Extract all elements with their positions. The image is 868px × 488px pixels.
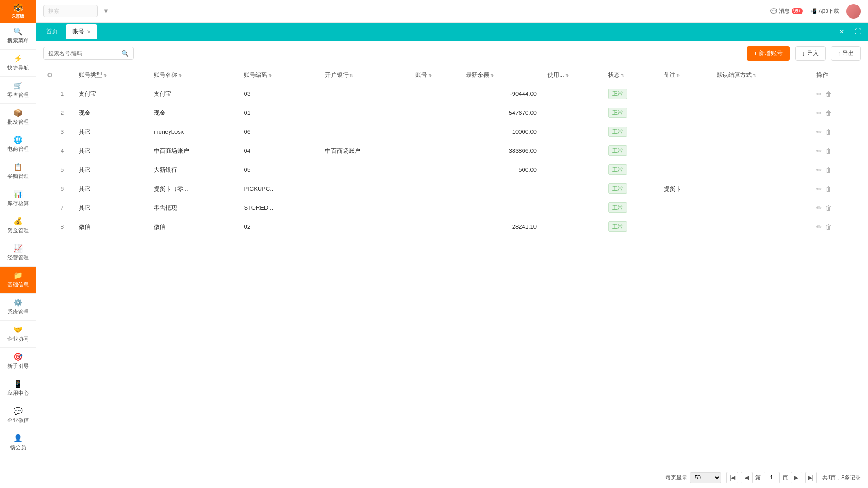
export-button[interactable]: ↑ 导出 [831, 46, 861, 61]
delete-icon[interactable]: 🗑 [826, 204, 832, 211]
table-wrap: ⚙ 账号类型⇅ 账号名称⇅ 账号编码⇅ 开户银行⇅ 账号⇅ 最新余额⇅ 使用..… [36, 66, 868, 467]
prev-page-btn[interactable]: ◀ [741, 472, 753, 483]
per-page-dropdown[interactable]: 50 20 100 [690, 472, 721, 483]
gear-icon[interactable]: ⚙ [47, 71, 53, 79]
delete-icon[interactable]: 🗑 [826, 147, 832, 155]
edit-icon[interactable]: ✏ [816, 90, 822, 98]
cell-status: 正常 [604, 179, 660, 198]
retail-icon: 🛒 [14, 81, 23, 90]
status-badge: 正常 [608, 127, 627, 137]
col-default-settle[interactable]: 默认结算方式⇅ [713, 66, 813, 84]
sidebar-item-retail[interactable]: 🛒 零售管理 [0, 77, 36, 104]
cell-account [412, 160, 462, 179]
top-search-box[interactable]: 搜索 [43, 5, 98, 17]
sidebar-item-ecommerce[interactable]: 🌐 电商管理 [0, 131, 36, 158]
per-page-select[interactable]: 每页显示 50 20 100 [665, 472, 721, 483]
message-icon: 💬 [770, 8, 777, 14]
sidebar-item-wholesale[interactable]: 📦 批发管理 [0, 104, 36, 131]
cell-remark [660, 198, 713, 217]
cell-remark [660, 122, 713, 141]
user-avatar[interactable] [846, 4, 861, 19]
delete-icon[interactable]: 🗑 [826, 185, 832, 192]
delete-icon[interactable]: 🗑 [826, 223, 832, 230]
tab-account[interactable]: 账号 ✕ [66, 24, 97, 39]
col-type[interactable]: 账号类型⇅ [75, 66, 150, 84]
sidebar-item-capital[interactable]: 💰 资金管理 [0, 212, 36, 239]
delete-icon[interactable]: 🗑 [826, 128, 832, 136]
cell-account [412, 103, 462, 122]
sidebar-item-enterprise[interactable]: 🤝 企业协同 [0, 321, 36, 348]
message-button[interactable]: 💬 消息 99+ [770, 7, 803, 15]
col-balance[interactable]: 最新余额⇅ [462, 66, 544, 84]
cell-gear [43, 141, 57, 160]
dropdown-arrow[interactable]: ▼ [103, 8, 109, 14]
action-buttons: ✏ 🗑 [816, 185, 857, 192]
search-input[interactable] [48, 50, 118, 56]
cell-remark [660, 160, 713, 179]
status-badge: 正常 [608, 183, 627, 194]
tab-close-icon[interactable]: ✕ [87, 29, 91, 35]
sidebar-item-member[interactable]: 👤 畅会员 [0, 429, 36, 456]
cell-status: 正常 [604, 84, 660, 103]
cell-bank [321, 198, 412, 217]
cell-account [412, 84, 462, 103]
enterprise-wechat-icon: 💬 [14, 407, 23, 415]
edit-icon[interactable]: ✏ [816, 166, 822, 174]
sidebar-item-quick-nav[interactable]: ⚡ 快捷导航 [0, 50, 36, 77]
sidebar-item-purchase[interactable]: 📋 采购管理 [0, 158, 36, 185]
first-page-btn[interactable]: |◀ [726, 472, 738, 483]
sidebar: 🐯 乐惠版 🔍 搜索菜单 ⚡ 快捷导航 🛒 零售管理 📦 批发管理 🌐 电商管理… [0, 0, 36, 488]
edit-icon[interactable]: ✏ [816, 147, 822, 155]
app-download-button[interactable]: 📲 App下载 [810, 7, 839, 15]
sidebar-item-system[interactable]: ⚙️ 系统管理 [0, 294, 36, 321]
col-bank[interactable]: 开户银行⇅ [321, 66, 412, 84]
cell-action: ✏ 🗑 [813, 122, 861, 141]
add-account-button[interactable]: + 新增账号 [747, 46, 790, 61]
cell-type: 现金 [75, 103, 150, 122]
col-status[interactable]: 状态⇅ [604, 66, 660, 84]
import-label: 导入 [807, 49, 819, 57]
delete-icon[interactable]: 🗑 [826, 109, 832, 117]
col-account[interactable]: 账号⇅ [412, 66, 462, 84]
cell-balance: 383866.00 [462, 141, 544, 160]
import-button[interactable]: ↓ 导入 [795, 46, 826, 61]
next-page-btn[interactable]: ▶ [791, 472, 802, 483]
cell-num: 8 [57, 217, 75, 236]
sidebar-item-enterprise-wechat[interactable]: 💬 企业微信 [0, 402, 36, 429]
cell-gear [43, 198, 57, 217]
header-left: 搜索 ▼ [43, 5, 109, 17]
cell-balance: 28241.10 [462, 217, 544, 236]
sidebar-item-basic-info[interactable]: 📁 基础信息 [0, 267, 36, 294]
col-usage[interactable]: 使用...⇅ [544, 66, 604, 84]
page-input[interactable] [764, 472, 780, 483]
delete-icon[interactable]: 🗑 [826, 166, 832, 174]
sidebar-item-business[interactable]: 📈 经营管理 [0, 239, 36, 267]
total-label: 共1页，8条记录 [822, 474, 861, 482]
sidebar-item-app-center[interactable]: 📱 应用中心 [0, 375, 36, 402]
col-name[interactable]: 账号名称⇅ [150, 66, 241, 84]
col-remark[interactable]: 备注⇅ [660, 66, 713, 84]
cell-status: 正常 [604, 198, 660, 217]
cell-num: 1 [57, 84, 75, 103]
edit-icon[interactable]: ✏ [816, 185, 822, 192]
search-input-wrap[interactable]: 🔍 [43, 47, 134, 60]
tab-home[interactable]: 首页 [40, 24, 64, 39]
edit-icon[interactable]: ✏ [816, 223, 822, 230]
sidebar-item-search-menu[interactable]: 🔍 搜索菜单 [0, 23, 36, 50]
action-buttons: ✏ 🗑 [816, 90, 857, 98]
tab-close-btn[interactable]: ✕ [835, 25, 848, 38]
system-icon: ⚙️ [14, 298, 23, 307]
sidebar-item-newbie[interactable]: 🎯 新手引导 [0, 348, 36, 375]
sidebar-item-inventory[interactable]: 📊 库存核算 [0, 185, 36, 212]
cell-usage [544, 122, 604, 141]
edit-icon[interactable]: ✏ [816, 128, 822, 136]
last-page-btn[interactable]: ▶| [805, 472, 817, 483]
edit-icon[interactable]: ✏ [816, 204, 822, 211]
tab-expand-btn[interactable]: ⛶ [852, 25, 864, 38]
cell-default-settle [713, 160, 813, 179]
quick-nav-icon: ⚡ [14, 54, 23, 63]
delete-icon[interactable]: 🗑 [826, 90, 832, 98]
cell-bank [321, 160, 412, 179]
edit-icon[interactable]: ✏ [816, 109, 822, 117]
col-code[interactable]: 账号编码⇅ [240, 66, 321, 84]
